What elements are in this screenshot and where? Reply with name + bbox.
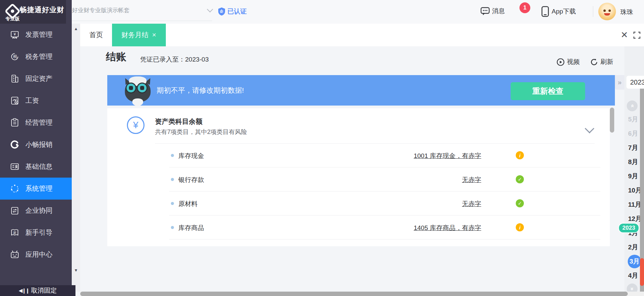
collapse-left-icon: ◀❙❙ (19, 288, 29, 294)
content-scrollbar-thumb[interactable] (610, 108, 614, 133)
asset-balance-card: ¥ 资产类科目余额 共有7项类目，其中2项类目有风险 库存现金 1001 库存现… (107, 108, 610, 246)
sidebar-item-invoice[interactable]: ¥发票管理 (0, 24, 72, 46)
window-scrollbar-red-thumb[interactable] (640, 258, 644, 286)
sidebar-item-label: 小畅报销 (25, 140, 52, 149)
sidebar-scrollbar[interactable]: ▲ ▼ (72, 24, 80, 292)
banner-message: 期初不平，请修改期初数据! (157, 75, 244, 106)
sidebar-item-label: 应用中心 (25, 250, 52, 259)
refresh-button[interactable]: 刷新 (590, 58, 613, 66)
horizontal-scrollbar-thumb[interactable] (80, 292, 628, 296)
video-button[interactable]: 视频 (557, 58, 580, 66)
sidebar-item-business[interactable]: 经营管理 (0, 112, 72, 134)
close-all-tabs-icon[interactable]: ✕ (619, 30, 629, 40)
scroll-up-arrow-icon[interactable]: ▲ (72, 26, 80, 31)
svg-text:税: 税 (13, 54, 17, 59)
building-icon (10, 74, 19, 83)
sidebar-item-reimburse[interactable]: 小畅报销 (0, 134, 72, 156)
refresh-label: 刷新 (600, 58, 613, 66)
phone-icon (541, 6, 549, 17)
unpin-label: 取消固定 (31, 286, 57, 295)
sidebar-item-system[interactable]: 系统管理 (0, 178, 72, 200)
tax-icon: 税 (10, 52, 19, 61)
refresh-icon (590, 58, 598, 66)
table-row: 银行存款 无赤字 (169, 167, 600, 191)
recheck-button[interactable]: 重新检查 (511, 82, 585, 100)
messages-label: 消息 (492, 7, 505, 16)
account-label: 原材料 (178, 200, 198, 208)
sidebar-item-app-center[interactable]: 应用中心 (0, 244, 72, 266)
app-download-button[interactable]: App下载 (541, 6, 576, 17)
sidebar-item-label: 基础信息 (25, 162, 52, 171)
scroll-down-arrow-icon[interactable]: ▼ (72, 268, 80, 273)
table-row: 库存现金 1001 库存现金，有赤字 (169, 143, 600, 167)
success-icon (516, 199, 524, 207)
sidebar-item-basic-info[interactable]: 基础信息 (0, 156, 72, 178)
account-rows: 库存现金 1001 库存现金，有赤字 银行存款 无赤字 原材料 无赤字 库存商品… (169, 143, 600, 240)
yen-circle-icon: ¥ (127, 116, 145, 134)
tab-month-close[interactable]: 财务月结 ✕ (112, 24, 166, 46)
invoice-icon: ¥ (10, 30, 19, 39)
svg-text:¥: ¥ (13, 32, 16, 36)
collapse-chevron-icon[interactable] (585, 124, 594, 133)
sidebar-item-label: 经营管理 (25, 118, 52, 127)
video-label: 视频 (567, 58, 580, 66)
warning-icon[interactable] (516, 223, 524, 231)
sidebar-item-tax[interactable]: 税税务管理 (0, 46, 72, 68)
account-selector-label: 好业财专业版演示帐套 (72, 6, 130, 14)
sidebar-item-label: 工资 (25, 96, 39, 105)
account-label: 库存现金 (178, 152, 204, 160)
account-detail-link[interactable]: 无赤字 (462, 200, 481, 208)
brand-title: 畅捷通好业财 (20, 5, 64, 15)
bullet-icon (171, 178, 174, 181)
account-detail-link[interactable]: 1405 库存商品，有赤字 (414, 224, 481, 232)
expand-panel-handle[interactable]: » (615, 75, 624, 90)
bullet-icon (171, 154, 174, 157)
owl-mascot (123, 77, 152, 105)
sidebar-item-guide[interactable]: 新新手引导 (0, 222, 72, 244)
sidebar-item-label: 税务管理 (25, 52, 52, 61)
page-title: 结账 (106, 50, 126, 64)
sidebar-item-fixed-assets[interactable]: 固定资产 (0, 68, 72, 90)
clipboard-icon (10, 118, 19, 127)
chevron-down-icon (207, 6, 213, 12)
avatar[interactable] (598, 3, 616, 20)
play-icon (557, 58, 564, 66)
table-row: 库存商品 1405 库存商品，有赤字 (169, 215, 600, 240)
id-card-icon (10, 162, 19, 171)
fullscreen-icon[interactable] (633, 31, 641, 40)
app-window: 好业财专业版演示帐套 企 已认证 消息 1 App下载 珠珠 畅捷通好业财 专业… (0, 0, 644, 296)
sidebar-item-label: 企业协同 (25, 206, 52, 215)
tab-active-label: 财务月结 (121, 30, 149, 40)
card-subtitle: 共有7项类目，其中2项类目有风险 (155, 128, 247, 136)
verified-badge[interactable]: 企 已认证 (218, 7, 247, 16)
month-item-label: 3月 (628, 255, 641, 268)
sidebar-item-label: 系统管理 (25, 184, 52, 193)
sidebar-menu: ¥发票管理 税税务管理 固定资产 工资 经营管理 小畅报销 基础信息 系统管理 … (0, 24, 72, 266)
sidebar-item-label: 新手引导 (25, 228, 52, 237)
shield-icon: 企 (218, 7, 226, 16)
year-badge: 2023 (618, 223, 639, 233)
app-center-icon (10, 250, 19, 259)
voucher-entry-status: 凭证已录入至：2023-03 (140, 55, 209, 64)
months-scroll-up-icon[interactable]: » (627, 100, 638, 111)
verified-label: 已认证 (227, 7, 247, 16)
svg-text:企: 企 (220, 9, 224, 13)
edition-badge: 专业版 (5, 16, 20, 22)
logo-block: 畅捷通好业财 专业版 (0, 0, 66, 24)
year-selector[interactable]: 2023 (626, 76, 644, 89)
account-detail-link[interactable]: 1001 库存现金，有赤字 (414, 152, 481, 160)
sidebar-item-collaboration[interactable]: 企业协同 (0, 200, 72, 222)
unpin-sidebar-button[interactable]: ◀❙❙ 取消固定 (0, 285, 75, 296)
username-label[interactable]: 珠珠 (620, 8, 633, 17)
newbie-guide-icon: 新 (10, 228, 19, 237)
warning-icon[interactable] (516, 151, 524, 159)
account-detail-link[interactable]: 无赤字 (462, 176, 481, 184)
account-selector[interactable]: 好业财专业版演示帐套 (72, 0, 212, 21)
messages-button[interactable]: 消息 (481, 7, 505, 16)
sidebar-item-salary[interactable]: 工资 (0, 90, 72, 112)
tab-home[interactable]: 首页 (80, 24, 112, 46)
card-title: 资产类科目余额 (155, 117, 202, 126)
tab-close-icon[interactable]: ✕ (152, 32, 156, 38)
alert-banner: 期初不平，请修改期初数据! 重新检查 (107, 75, 615, 106)
app-download-label: App下载 (552, 7, 576, 16)
